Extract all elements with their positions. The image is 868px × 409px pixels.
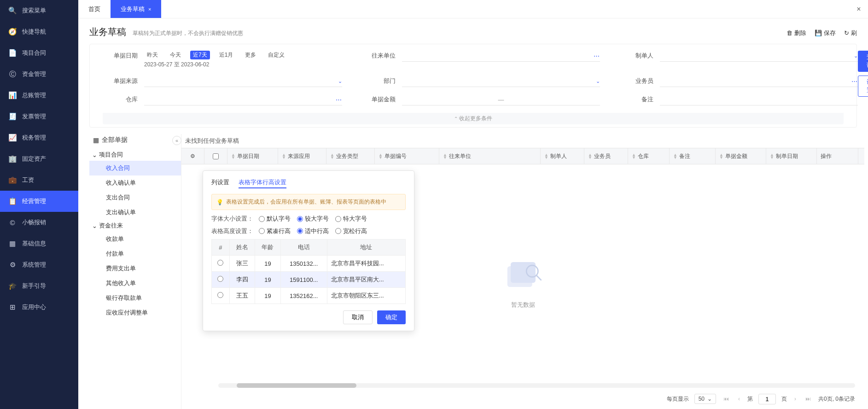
tree-title[interactable]: ▦全部单据 xyxy=(89,134,181,149)
tab[interactable]: 首页 xyxy=(78,0,111,18)
save-button[interactable]: 💾保存 xyxy=(815,29,836,37)
sidebar-item[interactable]: ©小畅报销 xyxy=(0,212,78,233)
sidebar-item[interactable]: 💼工资 xyxy=(0,169,78,191)
tree-leaf[interactable]: 支出确认单 xyxy=(89,205,181,220)
date-option[interactable]: 更多 xyxy=(242,51,259,59)
tab[interactable]: 业务草稿× xyxy=(111,0,161,18)
sample-row-radio[interactable] xyxy=(217,292,223,298)
tree-leaf[interactable]: 费用支出单 xyxy=(89,261,181,276)
delete-button[interactable]: 🗑删除 xyxy=(786,29,806,37)
per-page-select[interactable]: 50⌄ xyxy=(694,394,716,404)
sidebar-item[interactable]: 🧭快捷导航 xyxy=(0,21,78,42)
radio-input[interactable] xyxy=(259,228,265,234)
sidebar-item[interactable]: 🔍搜索菜单 xyxy=(0,0,78,21)
query-button[interactable]: 查询 xyxy=(858,51,868,72)
sidebar-item[interactable]: ⊞应用中心 xyxy=(0,297,78,318)
sidebar-item[interactable]: 📋经营管理 xyxy=(0,191,78,212)
horizontal-scrollbar[interactable] xyxy=(218,383,855,388)
date-option[interactable]: 近7天 xyxy=(190,51,210,59)
sample-row-radio[interactable] xyxy=(217,260,223,266)
filter-dept-input[interactable]: ⌄ xyxy=(402,76,600,87)
first-page-button[interactable]: ⏮ xyxy=(722,396,731,402)
filter-salesperson-input[interactable]: ⋯ xyxy=(660,76,858,87)
column-header[interactable]: ▲▼单据编号 xyxy=(375,148,439,164)
filter-source-input[interactable]: ⌄ xyxy=(144,76,342,87)
popover-tab-columns[interactable]: 列设置 xyxy=(211,178,229,188)
cancel-button[interactable]: 取消 xyxy=(343,310,373,324)
date-option[interactable]: 昨天 xyxy=(144,51,161,59)
radio-option[interactable]: 默认字号 xyxy=(259,215,291,223)
sample-row[interactable]: 王五 19 1352162... 北京市朝阳区东三... xyxy=(212,288,406,304)
tree-collapse-button[interactable]: « xyxy=(172,136,181,145)
filter-partner-input[interactable]: ⋯ xyxy=(402,51,600,62)
sample-row[interactable]: 张三 19 1350132... 北京市昌平科技园... xyxy=(212,256,406,272)
sidebar-item[interactable]: 🏢固定资产 xyxy=(0,148,78,169)
select-all-checkbox[interactable] xyxy=(213,153,219,159)
column-header[interactable]: ▲▼单据金额 xyxy=(716,148,766,164)
radio-input[interactable] xyxy=(259,216,265,222)
sidebar-item[interactable]: Ⓒ资金管理 xyxy=(0,64,78,85)
sidebar-item[interactable]: 📊总账管理 xyxy=(0,85,78,106)
next-page-button[interactable]: › xyxy=(792,396,798,402)
sample-row-radio[interactable] xyxy=(217,276,223,282)
column-header[interactable]: ▲▼业务类型 xyxy=(326,148,375,164)
column-header[interactable]: ▲▼仓库 xyxy=(628,148,670,164)
tree-leaf[interactable]: 应收应付调整单 xyxy=(89,305,181,320)
sidebar-item[interactable]: ▦基础信息 xyxy=(0,233,78,254)
tree-leaf[interactable]: 收款单 xyxy=(89,232,181,246)
tab-close-icon[interactable]: × xyxy=(148,6,151,12)
sidebar-item[interactable]: ⚙系统管理 xyxy=(0,254,78,275)
scrollbar-thumb[interactable] xyxy=(237,383,356,388)
tree-leaf[interactable]: 付款单 xyxy=(89,246,181,261)
date-option[interactable]: 自定义 xyxy=(265,51,287,59)
sidebar-item[interactable]: 📄项目合同 xyxy=(0,42,78,64)
radio-input[interactable] xyxy=(297,228,303,234)
sidebar-item[interactable]: 🎓新手引导 xyxy=(0,275,78,297)
filter-maker-input[interactable]: ⌄ xyxy=(660,51,858,62)
prev-page-button[interactable]: ‹ xyxy=(736,396,742,402)
column-header[interactable]: ▲▼往来单位 xyxy=(439,148,541,164)
column-header[interactable]: ▲▼制单日期 xyxy=(766,148,817,164)
column-header[interactable]: ▲▼单据日期 xyxy=(227,148,278,164)
sidebar-item[interactable]: 🧾发票管理 xyxy=(0,106,78,127)
radio-option[interactable]: 适中行高 xyxy=(297,227,329,235)
tree-leaf[interactable]: 银行存取款单 xyxy=(89,291,181,305)
radio-input[interactable] xyxy=(297,216,303,222)
last-page-button[interactable]: ⏭ xyxy=(804,396,813,402)
radio-input[interactable] xyxy=(335,228,341,234)
column-header[interactable]: ▲▼制单人 xyxy=(541,148,584,164)
page-input[interactable] xyxy=(758,394,776,404)
refresh-button[interactable]: ↻刷 xyxy=(844,29,857,37)
radio-option[interactable]: 紧凑行高 xyxy=(259,227,291,235)
column-header[interactable]: ▲▼业务员 xyxy=(584,148,628,164)
radio-option[interactable]: 宽松行高 xyxy=(335,227,367,235)
filter-warehouse-input[interactable]: ⋯ xyxy=(144,94,342,105)
radio-input[interactable] xyxy=(335,216,341,222)
tree-leaf[interactable]: 收入确认单 xyxy=(89,175,181,190)
tree-leaf[interactable]: 收入合同 xyxy=(89,161,181,175)
date-option[interactable]: 今天 xyxy=(167,51,184,59)
column-header[interactable]: 操作 xyxy=(817,148,858,164)
chevron-down-icon: ⌄ xyxy=(854,53,858,59)
global-close-button[interactable]: × xyxy=(850,0,868,18)
date-option[interactable]: 近1月 xyxy=(216,51,236,59)
filter-remark-input[interactable] xyxy=(660,94,858,105)
radio-option[interactable]: 特大字号 xyxy=(335,215,367,223)
ok-button[interactable]: 确定 xyxy=(377,310,406,324)
tree-group[interactable]: ⌄资金往来 xyxy=(89,222,181,230)
tree-leaf[interactable]: 支出合同 xyxy=(89,190,181,205)
column-header[interactable]: ▲▼来源应用 xyxy=(278,148,326,164)
sample-row[interactable]: 李四 19 1591100... 北京市昌平区南大... xyxy=(212,272,406,288)
column-settings-button[interactable]: ⚙ xyxy=(181,148,204,164)
filter-settings-button[interactable]: 设置 xyxy=(858,76,868,97)
refresh-icon: ↻ xyxy=(844,29,849,36)
column-header[interactable]: ▲▼备注 xyxy=(670,148,716,164)
collapse-filter-button[interactable]: 收起更多条件 xyxy=(103,113,844,124)
radio-option[interactable]: 较大字号 xyxy=(297,215,329,223)
tree-leaf[interactable]: 其他收入单 xyxy=(89,276,181,291)
column-settings-popover: 列设置 表格字体行高设置 💡表格设置完成后，会应用在所有单据、账簿、报表等页面的… xyxy=(203,170,414,331)
filter-amount-input[interactable]: — xyxy=(402,94,600,105)
tree-group[interactable]: ⌄项目合同 xyxy=(89,151,181,159)
sidebar-item[interactable]: 📈税务管理 xyxy=(0,127,78,148)
popover-tab-font-rowheight[interactable]: 表格字体行高设置 xyxy=(239,178,286,188)
